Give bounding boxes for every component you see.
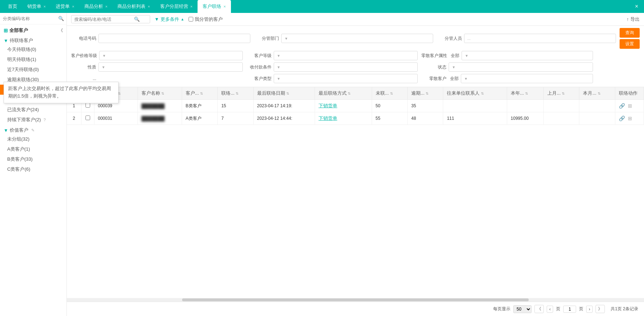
tab-product-analysis[interactable]: 商品分析 ×	[79, 0, 112, 13]
retail-attr-dropdown[interactable]: ▼	[462, 51, 593, 60]
sort-person-icon[interactable]: ⇅	[481, 91, 484, 95]
col-header-actions: 联络动作	[615, 87, 644, 100]
col-header-overdue: 逾期... ⇅	[407, 87, 443, 100]
price-grade-dropdown[interactable]: ▼	[99, 51, 243, 60]
row-checkbox-2[interactable]	[85, 115, 90, 120]
data-table-wrapper: ⚙ 客户编码 ⇅ 客户名称 ⇅	[67, 87, 644, 298]
close-all-button[interactable]: ×	[632, 3, 641, 10]
sort-uncontacted-icon[interactable]: ⇅	[390, 91, 393, 95]
set-button[interactable]: 设置	[620, 39, 640, 49]
close-tab-product-analysis-list[interactable]: ×	[148, 4, 150, 9]
more-conditions-button[interactable]: ▼ 更多条件 ▲	[154, 16, 184, 23]
chevron-icon: ▲	[181, 17, 184, 21]
filter-phone: 电话号码	[71, 34, 250, 43]
filter-gender: 性质 ▼	[71, 62, 243, 72]
dept-dropdown[interactable]: ▼	[281, 34, 433, 43]
row-actions-1: 🔗 ⊞	[615, 100, 644, 112]
filter-row-4: ... 客户类型 ▼ 零散客户 全部 ▼	[71, 74, 640, 83]
value-customer-group[interactable]: ▼ 价值客户 ✎	[0, 125, 66, 134]
advanced-filters-panel: 电话号码 分管部门 ▼ 分管人员 ... 查询 设置	[67, 26, 644, 87]
sidebar-item-7day-contact[interactable]: 近7天待联络(0)	[0, 65, 66, 75]
search-input[interactable]	[74, 17, 132, 22]
col-header-last-date: 最后联络日期 ⇅	[253, 87, 315, 100]
tab-purchase-order[interactable]: 进货单 ×	[51, 0, 79, 13]
row-uncontacted-2: 55	[372, 112, 407, 125]
pending-contact-group[interactable]: ▼ 待联络客户	[0, 35, 66, 44]
export-icon: ↑	[627, 16, 629, 22]
my-customers-check[interactable]	[189, 17, 193, 22]
gender-dropdown[interactable]: ▼	[98, 62, 243, 72]
sidebar-item-a-class[interactable]: A类客户(1)	[0, 144, 66, 154]
per-page-select[interactable]: 50 100 200	[513, 305, 532, 313]
sort-name-icon[interactable]: ⇅	[161, 91, 164, 95]
first-page-button[interactable]: 《	[534, 305, 544, 313]
prev-page-button[interactable]: ‹	[547, 306, 553, 313]
sidebar-collapse-icon[interactable]: 《	[59, 28, 63, 34]
sort-date-icon[interactable]: ⇅	[286, 91, 289, 95]
sidebar-item-b-class[interactable]: B类客户(33)	[0, 154, 66, 164]
row-grid-icon-1[interactable]: ⊞	[628, 103, 632, 109]
search-icon[interactable]: 🔍	[134, 16, 140, 22]
sort-overdue-icon[interactable]: ⇅	[426, 91, 428, 95]
sidebar-search-input[interactable]	[3, 16, 57, 21]
row-name-2: ███████	[138, 112, 182, 125]
help-icon-3[interactable]: ?	[43, 118, 46, 122]
my-customers-checkbox[interactable]: 我分管的客户	[189, 16, 223, 23]
col-header-last-month: 上月... ⇅	[543, 87, 579, 100]
status-dropdown[interactable]: ▼	[449, 62, 593, 72]
phone-input[interactable]	[98, 34, 250, 43]
row-this-month-2	[579, 112, 615, 125]
search-box: 🔍	[71, 15, 150, 23]
sidebar-item-today-contact[interactable]: 今天待联络(0)	[0, 44, 66, 55]
sidebar-item-declining[interactable]: 持续下滑客户(2) ?	[0, 115, 66, 125]
payment-dropdown[interactable]: ▼	[274, 62, 418, 72]
row-grid-icon-2[interactable]: ⊞	[628, 115, 632, 121]
query-button[interactable]: 查询	[620, 28, 640, 38]
tab-customer-contact[interactable]: 客户联络 ×	[198, 0, 231, 13]
tab-product-analysis-list[interactable]: 商品分析列表 ×	[112, 0, 155, 13]
row-checkbox-1[interactable]	[85, 103, 90, 108]
edit-value-icon[interactable]: ✎	[31, 128, 34, 133]
sort-last-month-icon[interactable]: ⇅	[562, 91, 565, 95]
close-tab-customer-contact[interactable]: ×	[223, 4, 226, 9]
sort-this-month-icon[interactable]: ⇅	[598, 91, 601, 95]
row-overdue-2: 48	[407, 112, 443, 125]
row-link-icon-2[interactable]: 🔗	[619, 115, 625, 121]
last-page-button[interactable]: 》	[596, 305, 605, 313]
person-input[interactable]: ...	[464, 34, 616, 43]
row-last-method-1[interactable]: 下销货单	[315, 100, 372, 112]
filter-more: ...	[71, 76, 243, 81]
export-button[interactable]: ↑ 导出	[627, 16, 640, 23]
sidebar-search-icon[interactable]: 🔍	[58, 16, 64, 21]
sidebar-item-unclassified[interactable]: 未分组(32)	[0, 134, 66, 144]
customer-grade-dropdown[interactable]: ▼	[274, 51, 418, 60]
tab-customer-segment[interactable]: 客户分层经营 ×	[155, 0, 198, 13]
top-filter-bar: 🔍 ▼ 更多条件 ▲ 我分管的客户 ↑ 导出	[67, 13, 644, 26]
close-tab-product-analysis[interactable]: ×	[105, 4, 107, 9]
page-number-input[interactable]	[563, 306, 576, 313]
sidebar-item-tomorrow-contact[interactable]: 明天待联络(1)	[0, 55, 66, 65]
filter-price-grade: 客户价格等级 ▼	[71, 51, 243, 60]
next-page-button[interactable]: ›	[586, 306, 593, 313]
sort-contact-icon[interactable]: ⇅	[236, 91, 238, 95]
sort-method-icon[interactable]: ⇅	[348, 91, 351, 95]
close-tab-sales-order[interactable]: ×	[43, 4, 46, 9]
horizontal-scrollbar[interactable]	[67, 298, 644, 302]
sort-grade-icon[interactable]: ⇅	[200, 91, 203, 95]
customer-type-dropdown[interactable]: ▼	[274, 74, 418, 83]
close-tab-customer-segment[interactable]: ×	[190, 4, 193, 9]
filter-action-buttons: 查询 设置	[620, 28, 640, 49]
sidebar-search-area: 🔍	[0, 13, 66, 24]
tab-sales-order[interactable]: 销货单 ×	[22, 0, 51, 13]
row-last-method-2[interactable]: 下销货单	[315, 112, 372, 125]
sidebar-item-churned[interactable]: 已流失客户(24)	[0, 105, 66, 115]
row-check-2[interactable]	[81, 112, 94, 125]
row-link-icon-1[interactable]: 🔗	[619, 103, 625, 109]
scroll-thumb[interactable]	[182, 298, 528, 301]
row-contact-person-2: 111	[443, 112, 507, 125]
retail-customer-dropdown[interactable]: ▼	[461, 74, 593, 83]
tab-home[interactable]: 首页	[3, 0, 22, 13]
sidebar-item-c-class[interactable]: C类客户(6)	[0, 164, 66, 174]
close-tab-purchase-order[interactable]: ×	[72, 4, 74, 9]
sort-year-icon[interactable]: ⇅	[525, 91, 528, 95]
